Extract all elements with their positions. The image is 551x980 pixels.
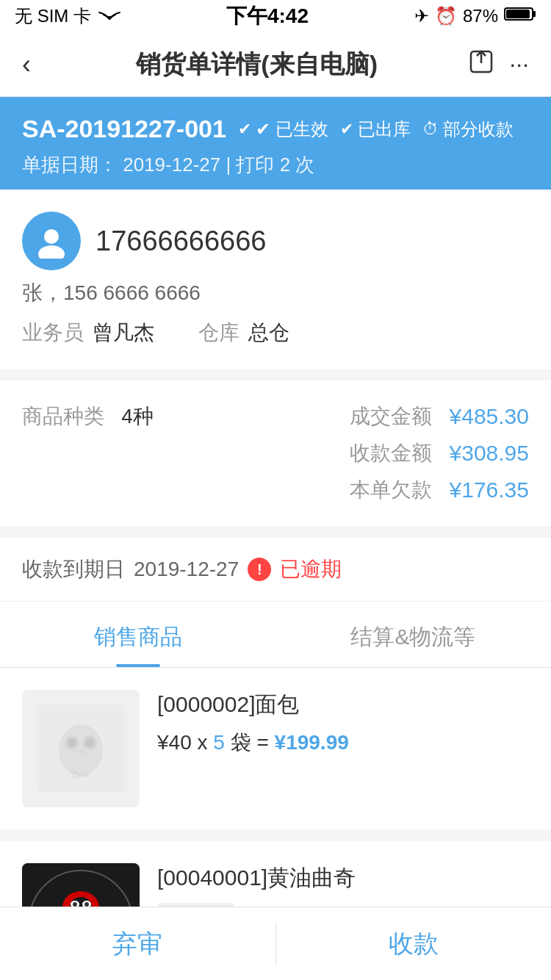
customer-name: 张，156 6666 6666: [22, 279, 529, 307]
avatar: [22, 212, 81, 270]
debt-amount-row: 本单欠款 ¥176.35: [350, 476, 529, 504]
overdue-status: 已逾期: [280, 555, 342, 583]
tabs-section: 销售商品 结算&物流等: [0, 602, 551, 668]
deal-amount-row: 成交金额 ¥485.30: [350, 403, 529, 430]
svg-rect-1: [533, 11, 536, 17]
nav-bar: ‹ 销货单详情(来自电脑) ···: [0, 32, 551, 97]
wifi-icon: [98, 6, 120, 26]
product-image-bread: Owl+: [22, 690, 140, 807]
svg-rect-2: [506, 10, 530, 18]
badge-activated: ✔ ✔ 已生效: [238, 118, 328, 141]
tab-settlement-logistics[interactable]: 结算&物流等: [276, 602, 551, 667]
order-header: SA-20191227-001 ✔ ✔ 已生效 ✔ 已出库 ⏱ 部分收款 单据日…: [0, 97, 551, 190]
amount-summary: 成交金额 ¥485.30 收款金额 ¥308.95 本单欠款 ¥176.35: [350, 403, 529, 504]
order-header-row1: SA-20191227-001 ✔ ✔ 已生效 ✔ 已出库 ⏱ 部分收款: [22, 115, 529, 143]
status-time: 下午4:42: [226, 2, 309, 30]
share-icon[interactable]: [468, 48, 494, 81]
battery-icon: [504, 6, 536, 26]
summary-section: 商品种类 4种 成交金额 ¥485.30 收款金额 ¥308.95 本单欠款 ¥…: [0, 381, 551, 526]
overdue-label: 收款到期日: [22, 555, 125, 583]
order-id: SA-20191227-001: [22, 115, 226, 143]
cancel-review-button[interactable]: 弃审: [0, 912, 276, 976]
sim-status: 无 SIM 卡: [15, 4, 91, 28]
svg-point-5: [44, 229, 59, 244]
status-left: 无 SIM 卡: [15, 4, 120, 28]
svg-point-6: [38, 245, 65, 259]
product-type-summary: 商品种类 4种: [22, 403, 154, 430]
svg-point-12: [85, 738, 94, 747]
svg-point-11: [68, 738, 76, 747]
customer-phone: 17666666666: [96, 226, 266, 257]
svg-text:Owl+: Owl+: [72, 771, 89, 779]
product-name-bread: [0000002]面包: [157, 690, 529, 720]
badge-shipped: ✔ 已出库: [340, 118, 411, 141]
overdue-date: 2019-12-27: [134, 558, 239, 581]
overdue-warning-icon: !: [248, 558, 271, 581]
warehouse: 仓库 总仓: [198, 319, 289, 347]
svg-point-13: [76, 749, 85, 754]
product-item: Owl+ [0000002]面包 ¥40 x 5 袋 = ¥199.99: [0, 668, 551, 829]
customer-row: 17666666666: [22, 212, 529, 270]
badge-partial-payment: ⏱ 部分收款: [422, 118, 514, 141]
status-bar: 无 SIM 卡 下午4:42 ✈ ⏰ 87%: [0, 0, 551, 32]
bottom-toolbar: 弃审 收款: [0, 907, 551, 980]
product-info-bread: [0000002]面包 ¥40 x 5 袋 = ¥199.99: [157, 690, 529, 757]
product-name-cookies: [00040001]黄油曲奇: [157, 863, 529, 893]
tabs-row: 销售商品 结算&物流等: [0, 602, 551, 668]
clock-icon: ⏱: [422, 120, 439, 139]
check-icon-1: ✔: [238, 120, 251, 139]
customer-section: 17666666666 张，156 6666 6666 业务员 曾凡杰 仓库 总…: [0, 190, 551, 369]
order-date-row: 单据日期： 2019-12-27 | 打印 2 次: [22, 152, 529, 178]
collect-payment-button[interactable]: 收款: [276, 912, 552, 976]
tab-sales-products[interactable]: 销售商品: [0, 602, 276, 667]
location-icon: ✈: [414, 6, 429, 26]
nav-actions: ···: [468, 48, 529, 81]
more-icon[interactable]: ···: [509, 51, 529, 78]
check-icon-2: ✔: [340, 120, 353, 139]
battery-level: 87%: [463, 6, 498, 26]
sales-person: 业务员 曾凡杰: [22, 319, 154, 347]
overdue-section: 收款到期日 2019-12-27 ! 已逾期: [0, 538, 551, 602]
page-title: 销货单详情(来自电脑): [46, 48, 468, 82]
received-amount-row: 收款金额 ¥308.95: [350, 439, 529, 467]
customer-meta: 业务员 曾凡杰 仓库 总仓: [22, 319, 529, 347]
alarm-icon: ⏰: [435, 6, 457, 26]
status-right: ✈ ⏰ 87%: [414, 6, 536, 26]
back-button[interactable]: ‹: [22, 49, 31, 80]
product-price-bread: ¥40 x 5 袋 = ¥199.99: [157, 729, 529, 757]
